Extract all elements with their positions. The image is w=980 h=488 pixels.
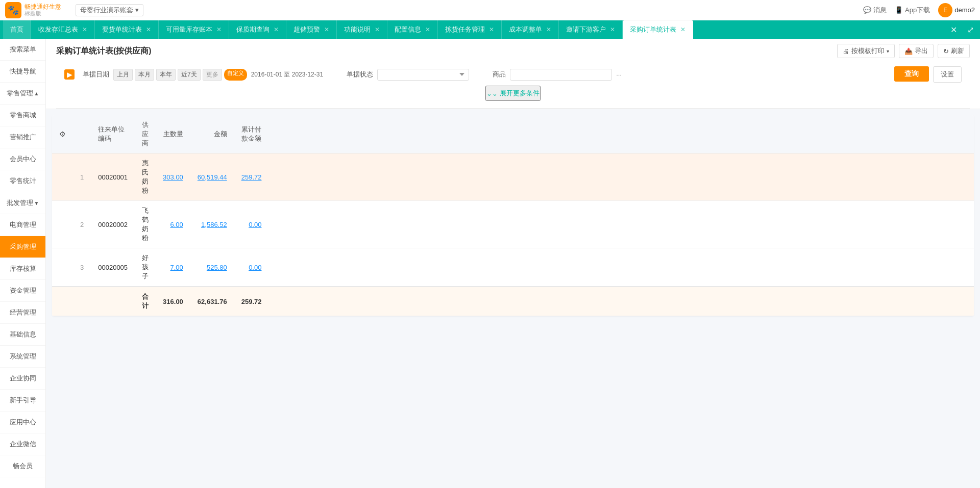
close-tab-shelf-life[interactable]: ✕ — [274, 26, 279, 33]
row-2-supplier: 飞鹤奶粉 — [135, 201, 156, 248]
sidebar-item-wholesale[interactable]: 批发管理 ▼ — [0, 192, 45, 214]
row-1-paid[interactable]: 259.72 — [234, 153, 269, 201]
tab-function-desc[interactable]: 功能说明 ✕ — [337, 20, 387, 39]
sidebar-item-quick-nav[interactable]: 快捷导航 — [0, 61, 45, 83]
sidebar-item-purchase[interactable]: 采购管理 — [0, 236, 45, 258]
download-icon: 📱 — [895, 6, 903, 14]
sidebar-item-operations[interactable]: 经营管理 — [0, 302, 45, 324]
sidebar-item-enterprise[interactable]: 企业协同 — [0, 368, 45, 390]
row-3-supplier: 好孩子 — [135, 248, 156, 287]
logo-text: 畅捷通好生意 标题版 — [24, 3, 61, 17]
row-3-settings — [52, 248, 73, 287]
export-button[interactable]: 📤 导出 — [899, 44, 934, 58]
table-footer-row: 合计 316.00 62,631.76 259.72 — [52, 287, 974, 316]
logo-area: 🐾 畅捷通好生意 标题版 — [5, 2, 61, 18]
tab-available-inventory[interactable]: 可用量库存账本 ✕ — [159, 20, 229, 39]
date-shortcut-this-year[interactable]: 本年 — [156, 69, 176, 81]
tab-home[interactable]: 首页 — [3, 20, 31, 39]
status-select[interactable] — [377, 69, 469, 81]
sidebar-item-basics[interactable]: 基础信息 — [0, 324, 45, 346]
row-2-qty[interactable]: 6.00 — [156, 201, 190, 248]
message-button[interactable]: 💬 消息 — [863, 6, 887, 15]
app-download-button[interactable]: 📱 App下载 — [895, 6, 930, 15]
workspace-selector[interactable]: 母婴行业演示账套 ▾ — [76, 4, 143, 16]
date-range-display: 2016-01-01 至 2023-12-31 — [251, 70, 323, 79]
row-3-qty[interactable]: 7.00 — [156, 248, 190, 287]
close-tab-receive-summary[interactable]: ✕ — [82, 26, 87, 33]
sidebar-item-retail-stats[interactable]: 零售统计 — [0, 170, 45, 192]
close-tab-available-inventory[interactable]: ✕ — [216, 26, 222, 33]
close-tab-invite-downstream[interactable]: ✕ — [610, 26, 615, 33]
tab-purchase-stats[interactable]: 要货单统计表 ✕ — [95, 20, 159, 39]
close-tab-purchase-stats[interactable]: ✕ — [146, 26, 151, 33]
avatar: E — [938, 3, 952, 17]
sidebar-item-member[interactable]: 会员中心 — [0, 148, 45, 170]
tab-cost-adjust[interactable]: 成本调整单 ✕ — [502, 20, 559, 39]
sidebar-item-retail-mall[interactable]: 零售商城 — [0, 105, 45, 126]
print-button[interactable]: 🖨 按模板打印 ▾ — [837, 44, 895, 58]
footer-amount: 62,631.76 — [190, 287, 234, 316]
content-area: 采购订单统计表(按供应商) 🖨 按模板打印 ▾ 📤 导出 ↻ 刷新 — [46, 39, 980, 488]
table-row: 2 00020002 飞鹤奶粉 6.00 1,586.52 0.00 — [52, 201, 974, 248]
sidebar-item-finance[interactable]: 资金管理 — [0, 280, 45, 302]
nav-tabs-bar: 首页 收发存汇总表 ✕ 要货单统计表 ✕ 可用量库存账本 ✕ 保质期查询 ✕ 超… — [0, 20, 980, 39]
fullscreen-button[interactable]: ⤢ — [964, 24, 977, 36]
date-shortcut-this-month[interactable]: 本月 — [135, 69, 154, 81]
sidebar-item-system[interactable]: 系统管理 — [0, 346, 45, 368]
logo-icon: 🐾 — [5, 2, 21, 18]
goods-more-icon[interactable]: ··· — [616, 71, 622, 79]
filter-toggle-button[interactable]: ▶ — [64, 69, 75, 80]
sidebar-item-search[interactable]: 搜索菜单 — [0, 39, 45, 61]
row-3-amount[interactable]: 525.80 — [190, 248, 234, 287]
date-shortcut-7days[interactable]: 近7天 — [178, 69, 201, 81]
goods-input[interactable] — [510, 69, 612, 81]
sidebar-item-retail[interactable]: 零售管理 ▲ — [0, 83, 45, 105]
close-tab-pick-task[interactable]: ✕ — [489, 26, 494, 33]
expand-more-button[interactable]: ⌄⌄ 展开更多条件 — [485, 86, 541, 101]
sidebar-item-newbie[interactable]: 新手引导 — [0, 390, 45, 412]
column-settings-icon[interactable]: ⚙ — [59, 130, 66, 138]
refresh-button[interactable]: ↻ 刷新 — [938, 44, 970, 58]
table-header-row: ⚙ 往来单位编码 供应商 主数量 金额 累计付款金额 — [52, 115, 974, 153]
close-all-tabs-button[interactable]: ✕ — [947, 24, 960, 36]
tab-shelf-life[interactable]: 保质期查询 ✕ — [229, 20, 286, 39]
date-filter-label: 单据日期 — [83, 70, 109, 79]
row-1-qty[interactable]: 303.00 — [156, 153, 190, 201]
sidebar-item-app-center[interactable]: 应用中心 — [0, 412, 45, 433]
row-3-unit-code: 00020005 — [91, 248, 135, 287]
tab-receive-summary[interactable]: 收发存汇总表 ✕ — [31, 20, 95, 39]
close-tab-purchase-order-stats[interactable]: ✕ — [680, 26, 685, 33]
goods-filter-label: 商品 — [493, 70, 506, 79]
row-2-paid[interactable]: 0.00 — [234, 201, 269, 248]
date-filter-group: 单据日期 上月 本月 本年 近7天 更多 自定义 2016-01-01 至 20… — [83, 69, 323, 81]
user-profile[interactable]: E demo2 — [938, 3, 975, 17]
date-shortcut-last-month[interactable]: 上月 — [113, 69, 133, 81]
tab-config-info[interactable]: 配置信息 ✕ — [387, 20, 438, 39]
settings-button[interactable]: 设置 — [933, 66, 962, 83]
row-1-amount[interactable]: 60,519.44 — [190, 153, 234, 201]
tab-pick-task[interactable]: 拣货任务管理 ✕ — [438, 20, 502, 39]
print-dropdown-icon: ▾ — [887, 48, 889, 54]
sidebar-item-marketing[interactable]: 营销推广 — [0, 126, 45, 148]
table-header: ⚙ 往来单位编码 供应商 主数量 金额 累计付款金额 — [52, 115, 974, 153]
close-tab-config-info[interactable]: ✕ — [425, 26, 430, 33]
row-2-settings — [52, 201, 73, 248]
row-3-paid[interactable]: 0.00 — [234, 248, 269, 287]
row-3-extra — [268, 248, 974, 287]
tab-purchase-order-stats[interactable]: 采购订单统计表 ✕ — [623, 20, 693, 39]
close-tab-function-desc[interactable]: ✕ — [375, 26, 380, 33]
sidebar-item-vip[interactable]: 畅会员 — [0, 455, 45, 477]
sidebar-item-inventory[interactable]: 库存核算 — [0, 258, 45, 280]
query-button[interactable]: 查询 — [894, 66, 929, 82]
date-shortcut-more[interactable]: 更多 — [203, 69, 222, 81]
wholesale-expand-icon: ▼ — [34, 200, 39, 206]
sidebar-item-ecommerce[interactable]: 电商管理 — [0, 214, 45, 236]
row-2-amount[interactable]: 1,586.52 — [190, 201, 234, 248]
tab-invite-downstream[interactable]: 邀请下游客户 ✕ — [559, 20, 623, 39]
col-extra-header — [268, 115, 974, 153]
table-footer: 合计 316.00 62,631.76 259.72 — [52, 287, 974, 316]
close-tab-cost-adjust[interactable]: ✕ — [546, 26, 551, 33]
tab-overstock-alert[interactable]: 超储预警 ✕ — [286, 20, 337, 39]
close-tab-overstock-alert[interactable]: ✕ — [324, 26, 329, 33]
sidebar-item-enterprise-wechat[interactable]: 企业微信 — [0, 433, 45, 455]
